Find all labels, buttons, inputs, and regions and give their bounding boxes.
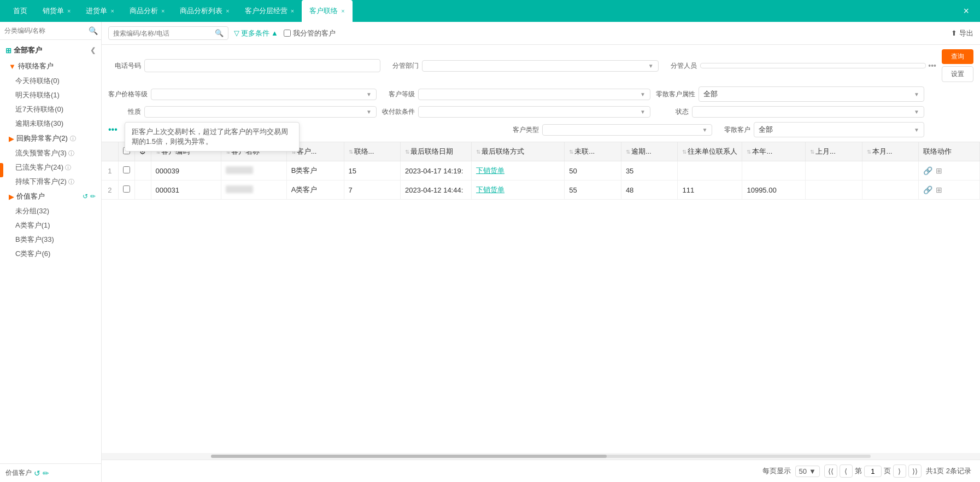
row-checkbox[interactable]	[123, 166, 130, 173]
dept-select[interactable]: ▼	[422, 60, 658, 72]
chevron-down-icon: ▼	[640, 109, 645, 115]
page-nav: ⟨⟨ ⟨ 第 页 ⟩ ⟩⟩	[824, 464, 922, 478]
sidebar-item-a-class[interactable]: A类客户(1)	[0, 218, 101, 233]
scatter-customer-select[interactable]: 全部 ▼	[754, 122, 924, 137]
manager-input[interactable]	[700, 63, 926, 68]
sidebar-item-overdue[interactable]: 逾期未联络(30)	[0, 117, 101, 131]
scatter-attr-select[interactable]: 全部 ▼	[699, 86, 924, 102]
row-type: B类客户	[286, 161, 344, 181]
phone-input[interactable]	[144, 59, 380, 72]
grid-action-icon[interactable]: ⊞	[936, 166, 942, 175]
close-icon[interactable]: ×	[110, 8, 114, 14]
chevron-down-icon: ▼	[648, 63, 654, 69]
row-name	[221, 181, 286, 200]
refresh-icon[interactable]: ↺	[34, 469, 40, 478]
close-icon[interactable]: ×	[341, 8, 344, 14]
row-last-method[interactable]: 下销货单	[472, 181, 565, 200]
next-page-button[interactable]: ⟩	[893, 464, 906, 478]
sidebar-item-lost-warning[interactable]: 流失预警客户(3) ⓘ	[0, 146, 101, 160]
status-select[interactable]: ▼	[692, 106, 924, 118]
row-contact-count: 7	[344, 181, 401, 200]
row-last-method[interactable]: 下销货单	[472, 161, 565, 181]
edit-icon[interactable]: ✏	[90, 193, 96, 200]
settings-button[interactable]: 设置	[942, 66, 973, 82]
arrow-icon: ▶	[9, 135, 14, 143]
query-button[interactable]: 查询	[942, 49, 973, 64]
nature-label: 性质	[108, 107, 141, 117]
row-this-month	[862, 161, 919, 181]
nav-item-analysis[interactable]: 商品分析 ×	[122, 0, 172, 22]
sidebar-item-declining[interactable]: 持续下滑客户(2) ⓘ	[0, 175, 101, 189]
close-icon[interactable]: ×	[291, 8, 294, 14]
sidebar-item-tomorrow[interactable]: 明天待联络(1)	[0, 88, 101, 102]
dots-button[interactable]: •••	[928, 61, 936, 70]
link-icon[interactable]: 🔗	[923, 185, 932, 194]
scatter-customer-label: 零散客户	[718, 125, 750, 135]
first-page-button[interactable]: ⟨⟨	[824, 464, 837, 478]
my-customer-checkbox[interactable]	[284, 30, 291, 37]
row-detail-cell	[134, 161, 151, 181]
page-input[interactable]	[864, 466, 882, 477]
nav-item-customer-tier[interactable]: 客户分层经营 ×	[237, 0, 302, 22]
sort-icon: ⇅	[476, 149, 480, 155]
more-conditions-button[interactable]: ▽ 更多条件 ▲	[234, 28, 278, 38]
refresh-icon[interactable]: ↺	[83, 193, 88, 200]
customer-grade-select[interactable]: ▼	[418, 89, 650, 100]
customer-type-select[interactable]: ▼	[542, 124, 713, 136]
nature-select[interactable]: ▼	[144, 106, 377, 118]
nav-item-customer-contact[interactable]: 客户联络 ×	[302, 0, 352, 22]
total-label: 共1页 2条记录	[926, 466, 971, 476]
close-all-button[interactable]: ×	[958, 5, 975, 17]
per-page-select[interactable]: 50 ▼	[795, 466, 820, 477]
tree-root-all-customers[interactable]: ⊞ 全部客户 ❮	[0, 42, 101, 59]
close-icon[interactable]: ×	[226, 8, 229, 14]
grid-action-icon[interactable]: ⊞	[936, 185, 942, 194]
row-name	[221, 161, 286, 181]
row-this-year	[742, 161, 806, 181]
row-last-date: 2023-04-12 14:44:	[401, 181, 472, 200]
sidebar-search-input[interactable]	[4, 27, 86, 34]
sidebar-item-7days[interactable]: 近7天待联络(0)	[0, 102, 101, 117]
row-checkbox[interactable]	[123, 185, 130, 193]
collapse-icon[interactable]: ❮	[90, 47, 96, 54]
row-contacts	[678, 161, 742, 181]
close-icon[interactable]: ×	[67, 8, 71, 14]
horizontal-scrollbar[interactable]	[102, 453, 980, 460]
nav-item-purchase[interactable]: 进货单 ×	[78, 0, 121, 22]
export-button[interactable]: ⬆ 导出	[951, 28, 973, 38]
chevron-down-icon: ▼	[809, 467, 816, 475]
row-this-month	[862, 181, 919, 200]
sidebar-item-today[interactable]: 今天待联络(0)	[0, 74, 101, 88]
nav-item-sales[interactable]: 销货单 ×	[35, 0, 78, 22]
row-code: 000039	[151, 161, 221, 181]
sort-icon: ⇅	[867, 149, 871, 155]
sidebar-bottom-label: 价值客户	[5, 468, 32, 478]
row-contact-count: 15	[344, 161, 401, 181]
sidebar-item-c-class[interactable]: C类客户(6)	[0, 247, 101, 261]
nav-item-analysis-list[interactable]: 商品分析列表 ×	[172, 0, 237, 22]
search-input[interactable]	[113, 30, 215, 37]
col-this-month: ⇅ 本月...	[862, 142, 919, 161]
close-icon[interactable]: ×	[161, 8, 165, 14]
filter-icon: ▽	[234, 29, 239, 37]
link-icon[interactable]: 🔗	[923, 166, 932, 175]
ellipsis-icon[interactable]: •••	[108, 125, 118, 135]
nav-item-home[interactable]: 首页	[5, 0, 35, 22]
sidebar-section-value[interactable]: ▶ 价值客户 ↺ ✏	[0, 189, 101, 204]
sidebar-item-lost[interactable]: 已流失客户(24) ⓘ	[0, 160, 101, 175]
search-container: 🔍	[108, 26, 228, 40]
sidebar-section-pending[interactable]: ▼ 待联络客户	[0, 59, 101, 74]
edit-icon[interactable]: ✏	[43, 469, 49, 478]
tooltip-trigger[interactable]: •••	[108, 125, 118, 135]
prev-page-button[interactable]: ⟨	[840, 464, 853, 478]
sidebar-item-ungrouped[interactable]: 未分组(32)	[0, 204, 101, 218]
sidebar-item-b-class[interactable]: B类客户(33)	[0, 233, 101, 247]
my-customer-checkbox-label[interactable]: 我分管的客户	[284, 28, 336, 38]
price-grade-select[interactable]: ▼	[151, 89, 377, 100]
sidebar-section-repurchase[interactable]: ▶ 回购异常客户(2) ⓘ	[0, 131, 101, 146]
row-last-month	[805, 161, 862, 181]
active-marker	[0, 163, 3, 177]
col-last-date: ⇅ 最后联络日期	[401, 142, 472, 161]
last-page-button[interactable]: ⟩⟩	[908, 464, 922, 478]
payment-select[interactable]: ▼	[418, 106, 650, 118]
